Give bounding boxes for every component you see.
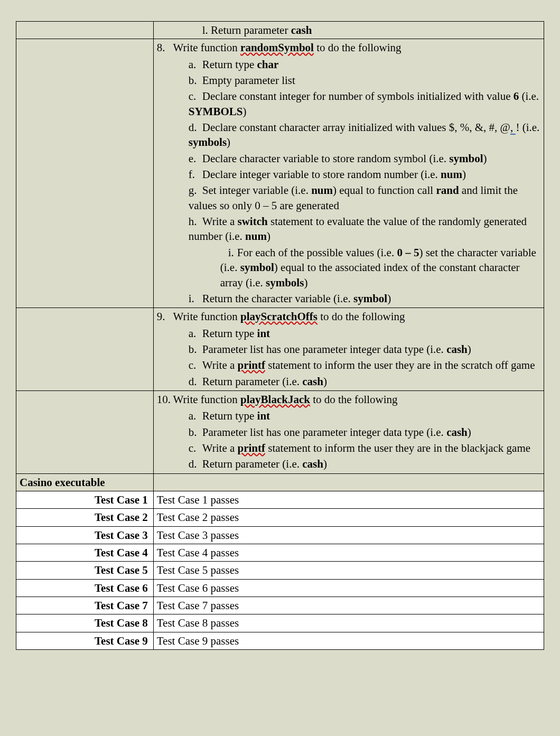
spec-table: l. Return parameter cash 8. Write functi… [16,21,544,650]
bold-text: symbol [240,261,274,274]
bold-text: rand [436,184,459,197]
text: Return the character variable (i.e. [202,292,353,305]
empty-cell [16,390,154,473]
test-result: Test Case 2 passes [153,509,544,526]
text: Return type [202,409,257,422]
text: to do the following [310,393,398,406]
list-item: b.Parameter list has one parameter integ… [189,341,540,357]
bold-text: switch [238,215,268,228]
list-item: f.Declare integer variable to store rand… [189,166,540,182]
text: ) [304,276,307,289]
list-marker: l. [202,24,208,36]
content-cell: 8. Write function randomSymbol to do the… [153,39,544,308]
list-marker: e. [189,151,202,166]
table-row: Test Case 4 Test Case 4 passes [16,544,544,562]
text: Write a [202,215,238,228]
text: ) [462,168,466,181]
list-marker: b. [189,342,202,357]
test-label: Test Case 6 [16,579,154,597]
bold-text: symbols [189,136,227,148]
text: Return type [202,327,257,340]
test-result: Test Case 9 passes [153,632,544,649]
empty-cell [153,473,544,491]
list-item: c.Declare constant integer for number of… [189,88,540,119]
text: to do the following [314,41,402,54]
bold-text: cash [302,458,323,470]
text: Declare constant integer for number of s… [202,90,514,103]
sub-list: a.Return type char b.Empty parameter lis… [157,57,540,307]
text: Return parameter (i.e. [202,458,303,470]
test-label: Test Case 4 [16,544,154,562]
table-row: Test Case 8 Test Case 8 passes [16,614,544,632]
text: Declare integer variable to store random… [202,168,441,181]
text: ) [483,152,487,165]
function-name: playScratchOffs [240,310,318,323]
text: ) [323,375,327,388]
text: ) [242,105,246,118]
bold-text: cash [291,24,312,36]
list-marker: i. [220,245,237,260]
text: (i.e. [519,121,539,134]
bold-text: cash [302,375,323,388]
empty-cell [16,39,154,308]
text: Declare constant character array initial… [202,121,510,134]
list-marker: b. [189,73,202,88]
list-marker: c. [189,358,202,372]
list-marker: c. [189,441,202,455]
list-marker: g. [189,183,202,198]
list-marker: d. [189,120,202,135]
text: Return parameter [211,24,291,36]
text: Parameter list has one parameter integer… [202,426,446,439]
text: For each of the possible values (i.e. [237,246,397,259]
list-item: g.Set integer variable (i.e. num) equal … [189,182,540,213]
table-row: Test Case 9 Test Case 9 passes [16,632,544,649]
list-marker: a. [189,326,202,341]
bold-text: cash [446,426,468,439]
test-label: Test Case 3 [16,526,154,544]
empty-cell [16,22,154,39]
text: Write function [173,41,240,54]
list-marker: a. [189,408,202,423]
text: ) [267,230,270,243]
sub-list: a.Return type int b.Parameter list has o… [157,325,540,389]
text: Set integer variable (i.e. [202,184,311,197]
bold-text: 6 [514,90,519,103]
test-label: Test Case 7 [16,597,154,614]
test-label: Test Case 8 [16,614,154,632]
test-result: Test Case 4 passes [153,544,544,562]
test-result: Test Case 7 passes [153,597,544,614]
list-item: a.Return type int [189,325,540,341]
bold-text: num [245,230,267,243]
list-marker: h. [189,214,202,229]
list-marker: d. [189,456,202,471]
list-item: d.Return parameter (i.e. cash) [189,456,540,472]
text: Return parameter (i.e. [202,375,303,388]
test-label: Test Case 5 [16,562,154,579]
list-marker: d. [189,374,202,389]
bold-text: symbol [449,152,483,165]
text: ) [468,343,471,356]
table-row: 10. Write function playBlackJack to do t… [16,390,544,473]
bold-text: cash [446,343,468,356]
test-label: Test Case 1 [16,491,154,508]
bold-text: int [257,409,270,422]
text: statement to inform the user they are in… [265,442,530,454]
text: Return type [202,58,257,71]
table-row: 9. Write function playScratchOffs to do … [16,308,544,391]
table-row: Test Case 6 Test Case 6 passes [16,579,544,597]
table-row: Test Case 2 Test Case 2 passes [16,509,544,526]
list-item: h.Write a switch statement to evaluate t… [189,213,540,291]
list-marker: a. [189,57,202,72]
list-item: a.Return type char [189,57,540,72]
table-row: Test Case 1 Test Case 1 passes [16,491,544,508]
list-item: i.Return the character variable (i.e. sy… [189,291,540,306]
list-marker: 9. [157,309,171,324]
list-item: i.For each of the possible values (i.e. … [220,245,540,290]
bold-text: int [257,327,270,340]
bold-text: 0 – 5 [397,246,419,259]
test-label: Test Case 2 [16,509,154,526]
list-marker: 8. [157,40,171,55]
text: (i.e. [519,90,539,103]
test-result: Test Case 6 passes [153,579,544,597]
text: Parameter list has one parameter integer… [202,343,446,356]
